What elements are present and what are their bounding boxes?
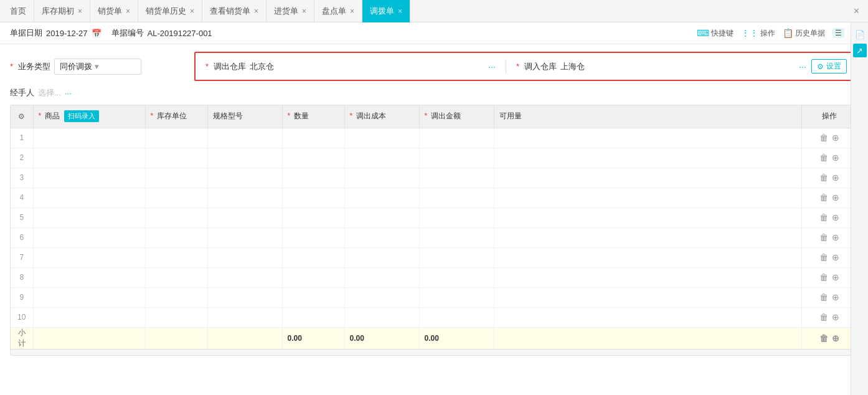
side-export-btn[interactable]: ↗ <box>853 44 867 57</box>
row-unit[interactable] <box>145 327 207 349</box>
close-tab-sales-order[interactable]: × <box>126 7 130 16</box>
copy-icon[interactable]: ⊕ <box>832 133 839 143</box>
row-unit[interactable] <box>145 287 207 307</box>
row-unit[interactable] <box>145 188 207 207</box>
row-unit[interactable] <box>145 207 207 227</box>
close-all-tabs[interactable]: × <box>847 6 866 17</box>
transfer-in-value[interactable]: 上海仓 <box>560 61 585 72</box>
row-spec[interactable] <box>207 287 282 307</box>
close-tab-inventory-check[interactable]: × <box>350 7 354 16</box>
close-tab-transfer[interactable]: × <box>398 7 402 16</box>
transfer-out-value[interactable]: 北京仓 <box>250 61 274 72</box>
copy-icon[interactable]: ⊕ <box>832 292 839 302</box>
delete-icon[interactable]: 🗑 <box>819 153 828 163</box>
row-goods[interactable] <box>33 327 145 349</box>
row-cost[interactable] <box>344 188 419 207</box>
row-qty[interactable] <box>282 148 344 168</box>
row-goods[interactable] <box>33 128 145 148</box>
row-unit[interactable] <box>145 247 207 267</box>
row-goods[interactable] <box>33 148 145 168</box>
row-amount[interactable] <box>419 307 494 327</box>
row-cost[interactable] <box>344 247 419 267</box>
row-qty[interactable] <box>282 247 344 267</box>
row-qty[interactable] <box>282 128 344 148</box>
row-qty[interactable] <box>282 207 344 227</box>
layout-btn-1[interactable]: ☰ <box>833 28 844 38</box>
row-qty[interactable] <box>282 287 344 307</box>
row-goods[interactable] <box>33 188 145 207</box>
copy-icon[interactable]: ⊕ <box>832 252 839 262</box>
row-spec[interactable] <box>207 168 282 188</box>
row-goods[interactable] <box>33 247 145 267</box>
tab-sales-history[interactable]: 销货单历史 × <box>138 0 202 22</box>
scroll-bar[interactable] <box>11 349 857 355</box>
row-goods[interactable] <box>33 168 145 188</box>
delete-icon[interactable]: 🗑 <box>819 252 828 262</box>
row-qty[interactable] <box>282 307 344 327</box>
history-btn[interactable]: 📋 历史单据 <box>783 28 825 39</box>
row-qty[interactable] <box>282 227 344 247</box>
row-qty[interactable] <box>282 188 344 207</box>
row-cost[interactable] <box>344 267 419 287</box>
row-cost[interactable] <box>344 168 419 188</box>
row-amount[interactable] <box>419 148 494 168</box>
row-amount[interactable] <box>419 168 494 188</box>
settings-btn[interactable]: ⚙ 设置 <box>811 59 847 74</box>
date-value[interactable]: 2019-12-27 <box>46 29 88 38</box>
copy-icon[interactable]: ⊕ <box>832 153 839 163</box>
row-spec[interactable] <box>207 128 282 148</box>
copy-icon[interactable]: ⊕ <box>832 272 839 282</box>
row-unit[interactable] <box>145 267 207 287</box>
close-tab-inventory-init[interactable]: × <box>78 7 82 16</box>
row-amount[interactable] <box>419 227 494 247</box>
row-cost[interactable] <box>344 207 419 227</box>
row-amount[interactable] <box>419 287 494 307</box>
delete-icon[interactable]: 🗑 <box>819 193 828 202</box>
row-unit[interactable] <box>145 128 207 148</box>
delete-icon[interactable]: 🗑 <box>819 133 828 143</box>
side-doc-btn[interactable]: 📄 <box>853 27 867 41</box>
delete-icon[interactable]: 🗑 <box>819 272 828 282</box>
calendar-icon[interactable]: 📅 <box>92 29 101 38</box>
close-tab-view-sales[interactable]: × <box>254 7 258 16</box>
copy-icon[interactable]: ⊕ <box>832 312 839 322</box>
row-unit[interactable] <box>145 307 207 327</box>
delete-icon[interactable]: 🗑 <box>819 292 828 302</box>
copy-icon[interactable]: ⊕ <box>832 212 839 222</box>
row-qty[interactable] <box>282 168 344 188</box>
tab-inventory-init[interactable]: 库存期初 × <box>34 0 90 22</box>
row-goods[interactable] <box>33 227 145 247</box>
row-spec[interactable] <box>207 267 282 287</box>
row-goods[interactable] <box>33 207 145 227</box>
row-goods[interactable] <box>33 287 145 307</box>
row-cost[interactable] <box>344 307 419 327</box>
copy-icon[interactable]: ⊕ <box>832 193 839 202</box>
delete-icon[interactable]: 🗑 <box>819 312 828 322</box>
row-cost[interactable] <box>344 128 419 148</box>
transfer-out-more-btn[interactable]: ··· <box>488 62 496 72</box>
row-amount[interactable] <box>419 207 494 227</box>
table-gear-icon[interactable]: ⚙ <box>18 112 25 121</box>
row-cost[interactable] <box>344 227 419 247</box>
person-more-btn[interactable]: ··· <box>65 88 72 98</box>
copy-icon[interactable]: ⊕ <box>832 333 839 343</box>
row-spec[interactable] <box>207 188 282 207</box>
close-tab-sales-history[interactable]: × <box>190 7 194 16</box>
copy-icon[interactable]: ⊕ <box>832 232 839 242</box>
row-amount[interactable] <box>419 267 494 287</box>
row-goods[interactable] <box>33 307 145 327</box>
row-unit[interactable] <box>145 148 207 168</box>
close-tab-purchase[interactable]: × <box>302 7 306 16</box>
row-qty[interactable] <box>282 267 344 287</box>
row-amount[interactable] <box>419 188 494 207</box>
tab-inventory-check[interactable]: 盘点单 × <box>314 0 362 22</box>
delete-icon[interactable]: 🗑 <box>819 232 828 242</box>
row-spec[interactable] <box>207 207 282 227</box>
delete-icon[interactable]: 🗑 <box>819 173 828 183</box>
row-spec[interactable] <box>207 307 282 327</box>
row-spec[interactable] <box>207 227 282 247</box>
row-cost[interactable] <box>344 287 419 307</box>
tab-sales-order[interactable]: 销货单 × <box>90 0 138 22</box>
tab-view-sales[interactable]: 查看销货单 × <box>202 0 267 22</box>
row-unit[interactable] <box>145 168 207 188</box>
